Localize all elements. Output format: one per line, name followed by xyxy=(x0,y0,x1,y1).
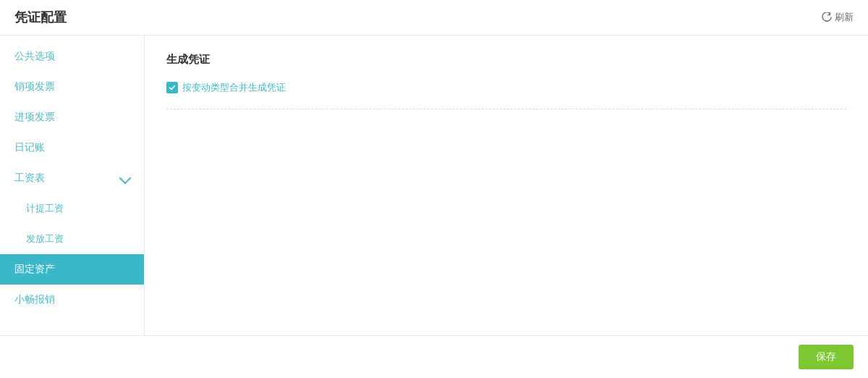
sidebar-item-pay-payroll[interactable]: 发放工资 xyxy=(0,224,144,254)
sidebar-label: 固定资产 xyxy=(14,263,55,276)
sidebar-label: 发放工资 xyxy=(26,232,64,245)
sidebar-item-journal[interactable]: 日记账 xyxy=(0,133,144,163)
sidebar-item-public-options[interactable]: 公共选项 xyxy=(0,41,144,72)
refresh-label: 刷新 xyxy=(835,11,854,24)
sidebar-item-fixed-assets[interactable]: 固定资产 xyxy=(0,254,144,285)
sidebar-item-payroll-table[interactable]: 工资表 xyxy=(0,163,144,193)
page-wrapper: 凭证配置 刷新 公共选项 销项发票 进项发票 日记账 xyxy=(0,0,868,378)
sidebar-label: 进项发票 xyxy=(14,111,55,124)
footer: 保存 xyxy=(0,335,868,378)
refresh-icon xyxy=(822,12,832,22)
sidebar-label: 工资表 xyxy=(14,172,45,185)
checkbox-label: 按变动类型合并生成凭证 xyxy=(182,81,286,94)
section-title: 生成凭证 xyxy=(166,53,846,67)
section-divider xyxy=(166,109,846,109)
sidebar-label: 日记账 xyxy=(14,141,45,154)
merge-by-type-checkbox[interactable]: 按变动类型合并生成凭证 xyxy=(166,81,286,94)
sidebar-label: 销项发票 xyxy=(14,80,55,93)
sidebar-item-petty-cash[interactable]: 小畅报销 xyxy=(0,285,144,315)
sidebar-label: 公共选项 xyxy=(14,50,55,63)
chevron-down-icon xyxy=(119,172,132,185)
page-title: 凭证配置 xyxy=(14,9,67,26)
sidebar-item-purchase-invoice[interactable]: 进项发票 xyxy=(0,102,144,133)
sidebar-item-calc-payroll[interactable]: 计提工资 xyxy=(0,193,144,224)
checkbox-box xyxy=(166,82,178,93)
content-area: 生成凭证 按变动类型合并生成凭证 xyxy=(145,35,868,335)
sidebar-label: 计提工资 xyxy=(26,202,64,215)
header: 凭证配置 刷新 xyxy=(0,0,868,35)
sidebar-item-sales-invoice[interactable]: 销项发票 xyxy=(0,72,144,102)
sidebar-label: 小畅报销 xyxy=(14,293,55,306)
refresh-button[interactable]: 刷新 xyxy=(822,11,854,24)
checkbox-row: 按变动类型合并生成凭证 xyxy=(166,81,846,94)
save-button[interactable]: 保存 xyxy=(799,345,854,369)
main-layout: 公共选项 销项发票 进项发票 日记账 工资表 计提工资 发放工资 固定资产 xyxy=(0,35,868,335)
sidebar: 公共选项 销项发票 进项发票 日记账 工资表 计提工资 发放工资 固定资产 xyxy=(0,35,145,335)
